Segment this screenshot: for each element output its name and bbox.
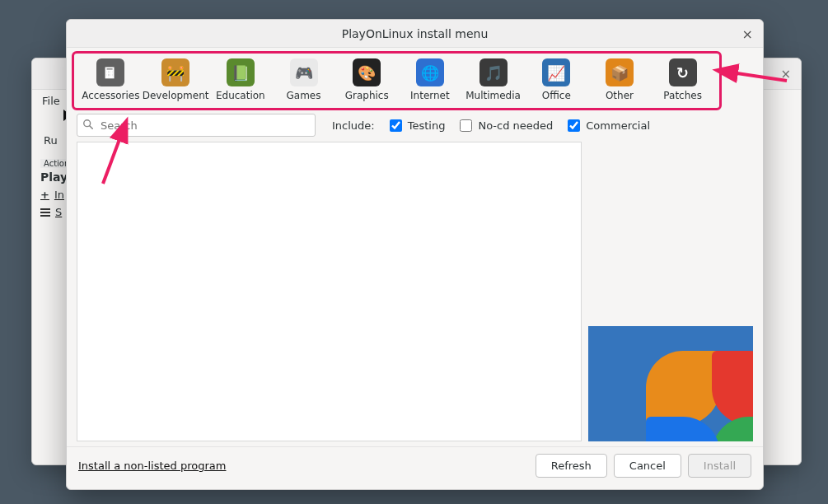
program-list[interactable] xyxy=(77,142,582,441)
install-menu-dialog: PlayOnLinux install menu × 🖩Accessories🚧… xyxy=(66,19,764,490)
dialog-title: PlayOnLinux install menu xyxy=(342,27,489,40)
graphics-icon: 🎨 xyxy=(353,58,381,86)
category-label: Internet xyxy=(410,90,450,101)
category-label: Accessories xyxy=(82,90,139,101)
dialog-footer: Install a non-listed program Refresh Can… xyxy=(67,446,763,489)
search-input[interactable] xyxy=(77,114,316,137)
office-icon: 📈 xyxy=(542,58,570,86)
checkbox-commercial[interactable]: Commercial xyxy=(564,117,650,134)
education-icon: 📗 xyxy=(227,58,255,86)
category-games[interactable]: 🎮Games xyxy=(272,58,335,101)
category-label: Office xyxy=(542,90,571,101)
refresh-button[interactable]: Refresh xyxy=(536,454,607,478)
category-education[interactable]: 📗Education xyxy=(208,58,272,101)
category-other[interactable]: 📦Other xyxy=(588,58,652,101)
playonlinux-logo xyxy=(629,334,753,441)
results-area xyxy=(67,142,763,446)
category-label: Games xyxy=(287,90,321,101)
category-accessories[interactable]: 🖩Accessories xyxy=(79,58,143,101)
category-office[interactable]: 📈Office xyxy=(525,58,588,101)
checkbox-nocd[interactable]: No-cd needed xyxy=(456,117,553,134)
category-label: Education xyxy=(216,90,265,101)
install-nonlisted-link[interactable]: Install a non-listed program xyxy=(78,460,226,472)
category-label: Graphics xyxy=(345,90,389,101)
category-toolbar: 🖩Accessories🚧Development📗Education🎮Games… xyxy=(72,51,722,110)
category-internet[interactable]: 🌐Internet xyxy=(399,58,462,101)
category-graphics[interactable]: 🎨Graphics xyxy=(335,58,399,101)
install-button[interactable]: Install xyxy=(688,454,751,478)
search-icon xyxy=(82,119,94,130)
toolbar-run[interactable]: Ru xyxy=(44,134,58,147)
category-label: Patches xyxy=(663,90,702,101)
list-icon xyxy=(40,208,50,217)
include-group: Include: Testing No-cd needed Commercial xyxy=(332,117,650,134)
category-label: Multimedia xyxy=(465,90,521,101)
category-development[interactable]: 🚧Development xyxy=(143,58,209,101)
multimedia-icon: 🎵 xyxy=(479,58,508,86)
other-icon: 📦 xyxy=(606,58,634,86)
close-icon[interactable]: × xyxy=(780,67,791,82)
category-label: Other xyxy=(606,90,634,101)
accessories-icon: 🖩 xyxy=(96,58,124,86)
cancel-button[interactable]: Cancel xyxy=(614,454,681,478)
category-label: Development xyxy=(143,90,209,101)
games-icon: 🎮 xyxy=(290,58,318,86)
menu-file[interactable]: File xyxy=(42,95,60,107)
filter-row: Include: Testing No-cd needed Commercial xyxy=(67,114,763,142)
plus-icon: + xyxy=(40,189,49,201)
checkbox-testing[interactable]: Testing xyxy=(386,117,446,134)
program-preview xyxy=(588,326,753,441)
close-icon[interactable]: × xyxy=(742,26,753,42)
category-multimedia[interactable]: 🎵Multimedia xyxy=(461,58,525,101)
internet-icon: 🌐 xyxy=(416,58,444,86)
dialog-titlebar: PlayOnLinux install menu × xyxy=(67,20,763,48)
patches-icon: ↻ xyxy=(669,58,697,86)
svg-line-1 xyxy=(90,126,93,129)
include-label: Include: xyxy=(332,119,375,132)
category-patches[interactable]: ↻Patches xyxy=(651,58,714,101)
search-field-wrap xyxy=(77,114,316,137)
development-icon: 🚧 xyxy=(161,58,189,86)
